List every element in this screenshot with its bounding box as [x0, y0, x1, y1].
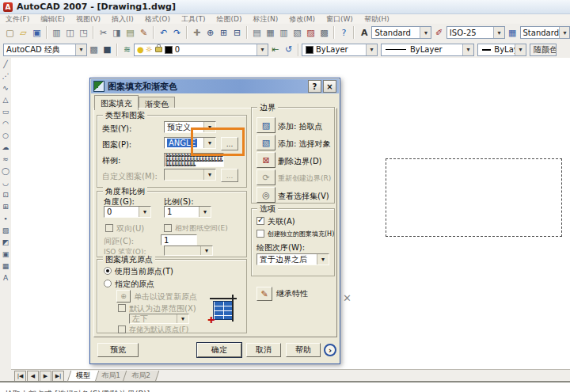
command-line[interactable]: 拾取内部点或 [选择对象(S)/删除边界(B)]:	[0, 381, 570, 392]
chevron-down-icon[interactable]	[559, 27, 570, 38]
lineweight-combo[interactable]: ByLayer	[477, 44, 526, 56]
spline-icon[interactable]: ≈	[1, 153, 10, 165]
dialog-close-button[interactable]: ×	[323, 80, 336, 93]
my-workspace-icon[interactable]: ■	[101, 44, 113, 56]
point-icon[interactable]: ∙	[1, 212, 10, 224]
layer-lock-icon[interactable]	[155, 47, 162, 52]
tab-hatch[interactable]: 图案填充	[94, 95, 139, 110]
help-icon[interactable]: ?	[338, 26, 350, 39]
rectangle-icon[interactable]: ▭	[1, 105, 10, 117]
table-icon[interactable]: ▦	[1, 260, 10, 272]
chevron-down-icon[interactable]	[366, 44, 377, 55]
chevron-down-icon[interactable]	[515, 44, 526, 55]
menu-item[interactable]: 文件(F)	[0, 14, 35, 25]
layer-properties-icon[interactable]: ≋	[121, 44, 133, 56]
specified-origin-radio[interactable]	[104, 280, 112, 287]
arc-icon[interactable]: ◠	[1, 117, 10, 129]
menu-item[interactable]: 窗口(W)	[321, 14, 359, 25]
chevron-down-icon[interactable]	[203, 138, 215, 148]
save-icon[interactable]: ▣	[31, 26, 43, 39]
spacing-field[interactable]: 1	[161, 234, 197, 245]
workspace-settings-icon[interactable]: ▩	[88, 44, 100, 56]
ellipse-icon[interactable]: ◯	[1, 165, 10, 177]
last-tab-icon[interactable]: ▶|	[52, 371, 64, 382]
menu-item[interactable]: 帮助(H)	[359, 14, 395, 25]
menu-item[interactable]: 工具(T)	[176, 14, 211, 25]
menu-item[interactable]: 视图(V)	[70, 14, 106, 25]
sheetset-manager-icon[interactable]: ▧	[291, 26, 303, 39]
menu-item[interactable]: 绘图(D)	[211, 14, 247, 25]
revcloud-icon[interactable]: ☁	[1, 141, 10, 153]
layer-on-bulb-icon[interactable]: ●	[137, 45, 144, 54]
use-current-origin-radio[interactable]	[104, 267, 112, 275]
chevron-down-icon[interactable]	[317, 254, 329, 265]
tab-layout2[interactable]: 布局2	[122, 371, 158, 382]
copy-icon[interactable]: ◨	[111, 26, 123, 39]
chevron-down-icon[interactable]	[462, 44, 473, 55]
match-properties-icon[interactable]: ✎	[138, 26, 150, 39]
ellipse-arc-icon[interactable]: ◡	[1, 177, 10, 188]
line-icon[interactable]: ╱	[1, 58, 10, 70]
chevron-down-icon[interactable]	[139, 207, 150, 217]
type-combo[interactable]: 预定义	[164, 121, 216, 133]
zoom-window-icon[interactable]: ⊞	[218, 26, 230, 39]
independent-hatch-checkbox[interactable]	[256, 230, 264, 238]
make-layer-current-icon[interactable]: ⇤	[269, 44, 281, 56]
circle-icon[interactable]: ○	[1, 129, 10, 141]
zoom-previous-icon[interactable]: ⊟	[231, 26, 243, 39]
pattern-swatch-preview[interactable]	[164, 153, 224, 167]
chevron-down-icon[interactable]	[75, 44, 86, 55]
quickcalc-icon[interactable]: ▩	[318, 26, 330, 39]
polyline-icon[interactable]: ∿	[1, 82, 10, 93]
remove-boundaries-icon[interactable]: ⊠	[256, 152, 276, 168]
scale-combo[interactable]: 1	[164, 206, 211, 218]
view-selections-icon[interactable]: ◎	[256, 187, 276, 203]
open-icon[interactable]: ▱	[17, 26, 29, 39]
expand-dialog-button[interactable]: ›	[324, 344, 336, 356]
zoom-realtime-icon[interactable]: ⊕	[204, 26, 216, 39]
plot-preview-icon[interactable]: ◫	[64, 26, 76, 39]
workspace-combo[interactable]: AutoCAD 经典	[3, 44, 87, 56]
insert-block-icon[interactable]: ⊡	[1, 188, 10, 200]
pattern-browse-button[interactable]: ...	[221, 137, 238, 150]
pan-icon[interactable]: ✚	[191, 26, 203, 39]
make-block-icon[interactable]: ⊞	[1, 200, 10, 212]
tool-palettes-icon[interactable]: ▥	[278, 26, 290, 39]
chevron-down-icon[interactable]	[256, 44, 268, 55]
mtext-icon[interactable]: A	[1, 272, 10, 284]
region-icon[interactable]: ▣	[1, 248, 10, 260]
cut-icon[interactable]: ✂	[97, 26, 109, 39]
menu-item[interactable]: 插入(I)	[106, 14, 139, 25]
dim-style-combo[interactable]: ISO-25	[446, 26, 505, 39]
pattern-combo[interactable]: ANGLE	[164, 137, 216, 149]
help-button[interactable]: 帮助	[286, 343, 321, 357]
chevron-down-icon[interactable]	[203, 122, 215, 132]
menu-item[interactable]: 格式(O)	[139, 14, 176, 25]
gradient-icon[interactable]: ◩	[1, 236, 10, 248]
polygon-icon[interactable]: △	[1, 93, 10, 105]
chevron-down-icon[interactable]	[199, 207, 211, 217]
associative-checkbox[interactable]	[256, 217, 264, 225]
redo-icon[interactable]: ↷	[171, 26, 183, 39]
properties-icon[interactable]: ▤	[251, 26, 263, 39]
chevron-down-icon[interactable]	[420, 27, 431, 38]
preview-button[interactable]: 预览	[97, 343, 139, 357]
construction-line-icon[interactable]: ⋰	[1, 70, 10, 82]
draworder-combo[interactable]: 置于边界之后	[256, 253, 329, 265]
first-tab-icon[interactable]: |◀	[14, 371, 26, 382]
text-style-combo[interactable]: Standard	[371, 26, 431, 39]
add-select-objects-icon[interactable]: ▧	[256, 135, 276, 150]
prev-tab-icon[interactable]: ◀	[27, 371, 39, 382]
designcenter-icon[interactable]: ▦	[264, 26, 276, 39]
menu-item[interactable]: 修改(M)	[283, 14, 321, 25]
inherit-properties-button[interactable]: ✎ 继承特性	[253, 286, 332, 302]
undo-icon[interactable]: ↶	[158, 26, 169, 39]
cancel-button[interactable]: 取消	[246, 343, 281, 357]
publish-icon[interactable]: ◳	[78, 26, 89, 39]
layer-previous-icon[interactable]: ↺	[283, 44, 294, 56]
markup-manager-icon[interactable]: ▨	[305, 26, 317, 39]
paste-icon[interactable]: ▤	[124, 26, 136, 39]
plot-icon[interactable]: ▥	[51, 26, 63, 39]
menu-item[interactable]: 标注(N)	[247, 14, 283, 25]
hatch-icon[interactable]: ▨	[1, 224, 10, 236]
